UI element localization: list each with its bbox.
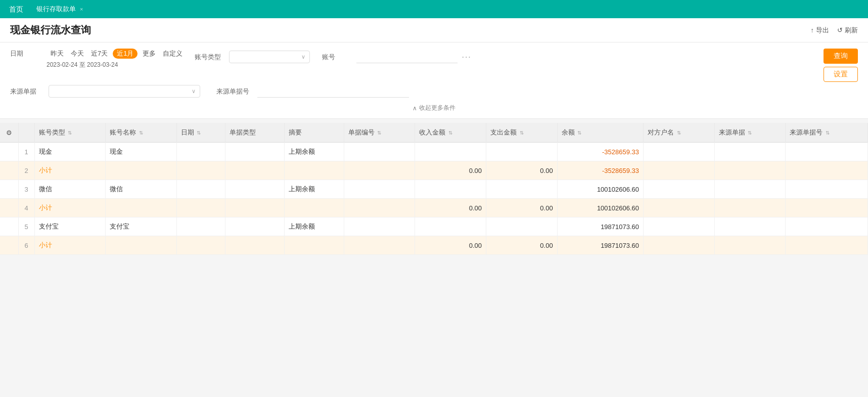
row-account-type: 小计	[34, 199, 106, 217]
row-balance: 100102606.60	[557, 180, 643, 199]
table-row: 6小计0.000.0019871073.60	[0, 236, 868, 255]
row-source-doc-no	[786, 236, 868, 255]
sort-icon: ⇅	[139, 130, 143, 136]
row-action-cell	[0, 161, 18, 180]
row-expense	[486, 180, 558, 199]
row-source-doc	[714, 161, 786, 180]
source-doc-value	[53, 87, 75, 95]
account-type-chevron-down-icon: ∨	[301, 54, 305, 60]
col-header-source_doc[interactable]: 来源单据 ⇅	[714, 123, 786, 143]
row-seq: 6	[18, 236, 34, 255]
row-income: 0.00	[415, 199, 486, 217]
refresh-label: 刷新	[845, 26, 858, 35]
source-doc-label: 来源单据	[10, 87, 40, 96]
nav-tab-银行存取款单[interactable]: 银行存取款单×	[30, 0, 102, 18]
row-doc-no	[344, 199, 415, 217]
row-expense: 0.00	[486, 236, 558, 255]
source-doc-select[interactable]: ∨	[49, 85, 200, 98]
row-doc-no	[344, 180, 415, 199]
collapse-bar[interactable]: ∧ 收起更多条件	[10, 102, 858, 114]
sort-icon: ⇅	[826, 130, 830, 136]
table-header: ⚙账号类型 ⇅账号名称 ⇅日期 ⇅单据类型摘要单据编号 ⇅收入金额 ⇅支出金额 …	[0, 123, 868, 143]
account-more-icon[interactable]: ···	[462, 53, 471, 62]
source-filter-row: 来源单据 ∨ 来源单据号	[10, 85, 858, 98]
col-header-seq	[18, 123, 34, 143]
row-seq: 4	[18, 199, 34, 217]
nav-home[interactable]: 首页	[2, 0, 30, 18]
source-doc-chevron-down-icon: ∨	[192, 88, 196, 95]
row-seq: 2	[18, 161, 34, 180]
row-action-cell	[0, 217, 18, 236]
col-header-date[interactable]: 日期 ⇅	[176, 123, 225, 143]
date-label: 日期	[10, 49, 40, 58]
row-income	[415, 180, 486, 199]
row-account-type: 微信	[34, 180, 106, 199]
filter-area: 日期 昨天今天近7天近1月更多自定义 2023-02-24 至 2023-03-…	[0, 42, 868, 119]
row-action-cell	[0, 199, 18, 217]
row-counterpart	[644, 236, 715, 255]
gear-icon[interactable]: ⚙	[6, 129, 12, 137]
sort-icon: ⇅	[377, 130, 381, 136]
row-summary	[285, 236, 344, 255]
row-account-type: 支付宝	[34, 217, 106, 236]
table-row: 1现金现金上期余额-3528659.33	[0, 143, 868, 161]
export-button[interactable]: ↑ 导出	[811, 26, 830, 35]
close-tab-icon[interactable]: ×	[80, 0, 83, 18]
date-option-自定义[interactable]: 自定义	[161, 49, 185, 59]
refresh-button[interactable]: ↺ 刷新	[837, 26, 858, 35]
row-expense: 0.00	[486, 161, 558, 180]
col-header-income[interactable]: 收入金额 ⇅	[415, 123, 486, 143]
date-option-昨天[interactable]: 昨天	[49, 49, 66, 59]
row-account-name: 支付宝	[106, 217, 177, 236]
col-header-account_name[interactable]: 账号名称 ⇅	[106, 123, 177, 143]
account-type-select[interactable]: ∨	[229, 51, 310, 63]
subtotal-label: 小计	[39, 204, 52, 211]
row-doc-type	[225, 199, 285, 217]
row-counterpart	[644, 161, 715, 180]
table-container: ⚙账号类型 ⇅账号名称 ⇅日期 ⇅单据类型摘要单据编号 ⇅收入金额 ⇅支出金额 …	[0, 123, 868, 255]
row-source-doc	[714, 236, 786, 255]
col-header-doc_no[interactable]: 单据编号 ⇅	[344, 123, 415, 143]
date-filter-row: 日期 昨天今天近7天近1月更多自定义	[10, 49, 185, 59]
row-source-doc	[714, 217, 786, 236]
col-header-balance[interactable]: 余额 ⇅	[557, 123, 643, 143]
col-header-source_doc_no[interactable]: 来源单据号 ⇅	[786, 123, 868, 143]
header-actions: ↑ 导出 ↺ 刷新	[811, 26, 858, 35]
row-doc-no	[344, 143, 415, 161]
col-header-counterpart[interactable]: 对方户名 ⇅	[644, 123, 715, 143]
row-date	[176, 217, 225, 236]
row-expense: 0.00	[486, 199, 558, 217]
row-source-doc-no	[786, 199, 868, 217]
row-income: 0.00	[415, 161, 486, 180]
row-source-doc-no	[786, 143, 868, 161]
row-seq: 1	[18, 143, 34, 161]
row-account-type: 小计	[34, 236, 106, 255]
date-option-近7天[interactable]: 近7天	[89, 49, 110, 59]
account-label: 账号	[322, 53, 352, 62]
table-row: 4小计0.000.00100102606.60	[0, 199, 868, 217]
row-seq: 3	[18, 180, 34, 199]
col-header-expense[interactable]: 支出金额 ⇅	[486, 123, 558, 143]
subtotal-label: 小计	[39, 166, 52, 174]
row-balance: 19871073.60	[557, 217, 643, 236]
row-source-doc	[714, 143, 786, 161]
row-account-name	[106, 199, 177, 217]
col-header-summary: 摘要	[285, 123, 344, 143]
row-source-doc	[714, 199, 786, 217]
row-counterpart	[644, 217, 715, 236]
account-input[interactable]	[356, 51, 458, 63]
row-account-name	[106, 236, 177, 255]
settings-button[interactable]: 设置	[824, 67, 858, 82]
date-option-今天[interactable]: 今天	[69, 49, 86, 59]
date-option-更多[interactable]: 更多	[141, 49, 158, 59]
col-header-account_type[interactable]: 账号类型 ⇅	[34, 123, 106, 143]
row-account-type: 现金	[34, 143, 106, 161]
source-doc-no-input[interactable]	[257, 85, 409, 98]
collapse-icon: ∧	[413, 105, 417, 112]
date-option-近1月[interactable]: 近1月	[113, 49, 138, 59]
row-source-doc-no	[786, 161, 868, 180]
row-doc-no	[344, 161, 415, 180]
query-button[interactable]: 查询	[824, 49, 858, 64]
row-account-type: 小计	[34, 161, 106, 180]
account-type-label: 账号类型	[195, 53, 225, 62]
